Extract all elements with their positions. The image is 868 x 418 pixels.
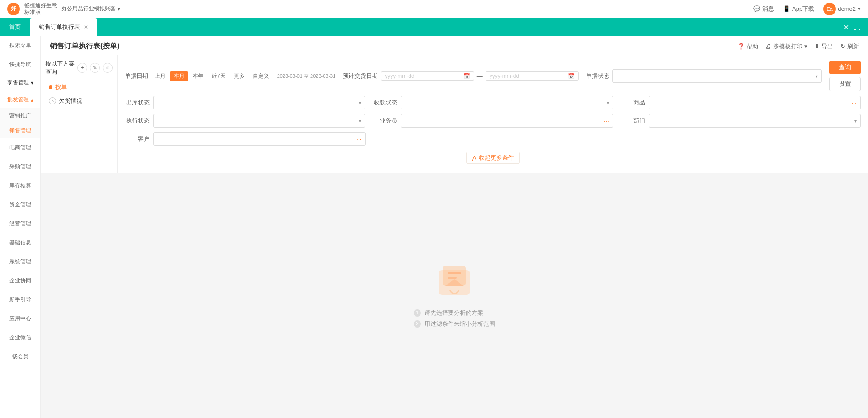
department-select[interactable]: ▾	[649, 114, 861, 128]
scheme-item-order[interactable]: 按单	[45, 81, 113, 94]
user-menu[interactable]: Ea demo2 ▾	[823, 3, 861, 15]
refresh-icon: ↻	[840, 43, 845, 50]
sidebar-item-quicknav[interactable]: 快捷导航	[0, 55, 40, 74]
help-label: 帮助	[746, 43, 758, 51]
salesperson-input[interactable]: ···	[401, 114, 613, 128]
scheme-edit-btn[interactable]: ✎	[90, 63, 100, 73]
logo-line2: 标准版	[24, 9, 57, 15]
tab-sales-order-label: 销售订单执行表	[39, 23, 80, 31]
expected-date-start[interactable]: yyyy-mm-dd 📅	[381, 71, 474, 81]
exec-status-field: 执行状态 ▾	[125, 114, 365, 128]
step2-num: 2	[414, 320, 421, 328]
sidebar-item-wholesale[interactable]: 批发管理 ▴	[0, 91, 40, 108]
help-btn[interactable]: ❓ 帮助	[737, 43, 758, 51]
outbound-status-select[interactable]: ▾	[153, 96, 365, 109]
sidebar-item-wechat[interactable]: 企业微信	[0, 328, 40, 347]
topbar: 好 畅捷通好生意 标准版 办公用品行业模拟账套 ▾ 💬 消息 📱 App下载 E…	[0, 0, 868, 18]
collapse-label: 收起更多条件	[479, 154, 514, 162]
exec-status-chevron: ▾	[359, 119, 361, 124]
filter-content: 单据日期 上月 本月 本年 近7天 更多 自定义 2023-03-01 至 20…	[118, 55, 868, 173]
svg-rect-4	[448, 277, 457, 279]
sidebar-item-search[interactable]: 搜索菜单	[0, 36, 40, 55]
sidebar-item-basic[interactable]: 基础信息	[0, 233, 40, 252]
date-tab-custom[interactable]: 自定义	[249, 71, 273, 81]
sidebar-appstore-label: 应用中心	[9, 315, 31, 322]
refresh-btn[interactable]: ↻ 刷新	[840, 43, 859, 51]
query-button[interactable]: 查询	[829, 61, 861, 74]
sidebar-retail-label: 零售管理	[7, 79, 29, 86]
sidebar-item-collab[interactable]: 企业协同	[0, 271, 40, 290]
sidebar-item-member[interactable]: 畅会员	[0, 347, 40, 366]
tab-home[interactable]: 首页	[0, 18, 30, 36]
product-input[interactable]: ···	[649, 96, 861, 109]
app-download-btn[interactable]: 📱 App下载	[783, 5, 814, 13]
scheme-actions: + ✎ «	[77, 63, 113, 73]
sidebar-item-operations[interactable]: 经营管理	[0, 214, 40, 233]
date-tab-7days[interactable]: 近7天	[208, 71, 229, 81]
scheme-item-backorder-label: 欠货情况	[59, 97, 82, 105]
message-btn[interactable]: 💬 消息	[753, 5, 774, 13]
sidebar-wechat-label: 企业微信	[9, 334, 31, 341]
logo-line1: 畅捷通好生意	[24, 2, 57, 9]
product-dots-icon: ···	[851, 99, 857, 106]
sidebar-item-inventory[interactable]: 库存核算	[0, 176, 40, 195]
print-btn[interactable]: 🖨 按模板打印 ▾	[765, 43, 807, 51]
sidebar-item-ecommerce[interactable]: 电商管理	[0, 138, 40, 157]
scheme-circle-icon: ○	[49, 97, 56, 104]
tab-close-all-icon[interactable]: ✕	[843, 23, 849, 32]
sidebar-group-wholesale: 批发管理 ▴ 营销推广 销售管理	[0, 91, 40, 138]
sidebar-item-purchase[interactable]: 采购管理	[0, 157, 40, 176]
sidebar-item-newbie[interactable]: 新手引导	[0, 290, 40, 309]
status-select[interactable]: ▾	[612, 69, 822, 83]
export-btn[interactable]: ⬇ 导出	[815, 43, 833, 51]
date-tab-this-year[interactable]: 本年	[189, 71, 207, 81]
sidebar-item-finance[interactable]: 资金管理	[0, 195, 40, 214]
tab-fullscreen-icon[interactable]: ⛶	[854, 23, 861, 31]
sidebar-item-retail[interactable]: 零售管理 ▾	[0, 74, 40, 91]
logo-text: 畅捷通好生意 标准版	[24, 2, 57, 15]
settings-button[interactable]: 设置	[829, 77, 861, 91]
step1-num: 1	[414, 309, 421, 317]
sidebar-item-appstore[interactable]: 应用中心	[0, 309, 40, 328]
sidebar-sub-marketing[interactable]: 营销推广	[0, 108, 40, 123]
message-label: 消息	[762, 5, 774, 13]
avatar: Ea	[823, 3, 836, 15]
topbar-left: 好 畅捷通好生意 标准版 办公用品行业模拟账套 ▾	[7, 2, 120, 15]
date-tab-last-month[interactable]: 上月	[151, 71, 169, 81]
customer-field: 客户 ···	[125, 132, 366, 146]
scheme-header: 按以下方案查询 + ✎ «	[45, 60, 113, 76]
step1-text: 请先选择要分析的方案	[425, 309, 483, 317]
sidebar-sub-sales[interactable]: 销售管理	[0, 123, 40, 138]
scheme-collapse-btn[interactable]: «	[103, 63, 113, 73]
industry-selector[interactable]: 办公用品行业模拟账套 ▾	[61, 5, 120, 13]
calendar-icon-end: 📅	[568, 73, 575, 79]
salesperson-label: 业务员	[373, 117, 397, 125]
page-actions: ❓ 帮助 🖨 按模板打印 ▾ ⬇ 导出 ↻ 刷新	[737, 43, 859, 51]
salesperson-dots-icon: ···	[604, 117, 609, 124]
expected-date-end[interactable]: yyyy-mm-dd 📅	[486, 71, 579, 81]
date-separator: —	[477, 73, 483, 80]
date-tab-more[interactable]: 更多	[230, 71, 248, 81]
sidebar-item-system[interactable]: 系统管理	[0, 252, 40, 271]
scheme-item-backorder[interactable]: ○ 欠货情况	[45, 94, 113, 108]
tabbar: 首页 销售订单执行表 ✕ ✕ ⛶	[0, 18, 868, 36]
phone-icon: 📱	[783, 5, 790, 12]
payment-status-select[interactable]: ▾	[401, 96, 613, 109]
outbound-status-chevron: ▾	[359, 100, 361, 105]
payment-status-field: 收款状态 ▾	[373, 96, 613, 109]
tab-sales-order[interactable]: 销售订单执行表 ✕	[30, 18, 97, 36]
app-download-label: App下载	[792, 5, 814, 13]
retail-arrow-icon: ▾	[31, 80, 33, 86]
action-buttons: 查询 设置	[829, 61, 861, 91]
date-tab-this-month[interactable]: 本月	[170, 71, 188, 81]
topbar-right: 💬 消息 📱 App下载 Ea demo2 ▾	[753, 3, 861, 15]
tab-close-icon[interactable]: ✕	[84, 24, 88, 30]
scheme-add-btn[interactable]: +	[77, 63, 87, 73]
customer-input[interactable]: ···	[153, 132, 366, 146]
exec-status-select[interactable]: ▾	[153, 114, 365, 128]
collapse-btn[interactable]: ⋀ 收起更多条件	[466, 152, 520, 164]
main: 搜索菜单 快捷导航 零售管理 ▾ 批发管理 ▴ 营销推广 销售管理 电商管理	[0, 36, 868, 418]
industry-name: 办公用品行业模拟账套	[61, 5, 116, 13]
export-label: 导出	[821, 43, 833, 51]
collapse-icon: ⋀	[472, 155, 477, 162]
